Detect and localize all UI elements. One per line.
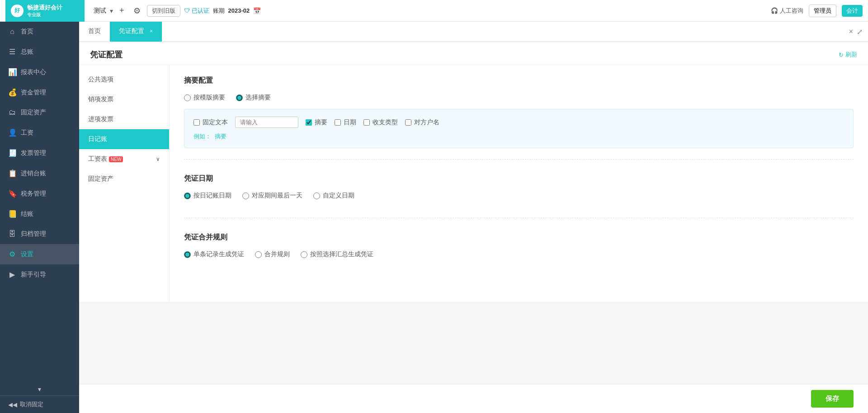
left-nav-purchase-invoice[interactable]: 进项发票: [79, 109, 169, 129]
reports-icon: 📊: [8, 68, 16, 76]
summary-radio-template[interactable]: 按模版摘要: [184, 94, 225, 102]
consult-button[interactable]: 🎧 人工咨询: [771, 7, 803, 15]
accountant-button[interactable]: 会计: [842, 5, 863, 17]
pay-type-checkbox[interactable]: 收支类型: [363, 118, 398, 127]
merge-section-title: 凭证合并规则: [184, 233, 854, 242]
summary-section: 摘要配置 按模版摘要 选择摘要: [184, 76, 854, 160]
summary-radio-select[interactable]: 选择摘要: [236, 94, 271, 102]
date-radio-group: 按日记账日期 对应期间最后一天 自定义日期: [184, 192, 854, 200]
tab-bar-actions: × ⤢: [849, 28, 868, 36]
example-text: 例如： 摘要: [193, 132, 844, 141]
summary-template-radio[interactable]: [184, 94, 191, 101]
left-nav-fixed-assets[interactable]: 固定资产: [79, 169, 169, 189]
merge-radio-group: 单条记录生成凭证 合并规则 按照选择汇总生成凭证: [184, 250, 854, 258]
fixed-text-check[interactable]: [193, 119, 200, 126]
left-nav-diary[interactable]: 日记账: [79, 129, 169, 149]
top-bar: 好 畅捷通好会计 专业版 测试 ▾ + ⚙ 切到旧版 🛡 已认证 账期 2023…: [0, 0, 868, 22]
sidebar-item-reports[interactable]: 📊 报表中心: [0, 62, 79, 82]
date-radio-custom[interactable]: 自定义日期: [313, 192, 354, 200]
refresh-icon: ↻: [839, 52, 844, 58]
diary-date-radio[interactable]: [184, 192, 191, 199]
date-check[interactable]: [335, 119, 341, 126]
settings-button[interactable]: ⚙: [131, 5, 143, 17]
date-radio-diary[interactable]: 按日记账日期: [184, 192, 231, 200]
sidebar-scroll: ▼: [0, 384, 79, 395]
sidebar-item-ledger[interactable]: ☰ 总账: [0, 42, 79, 62]
summary-select-radio[interactable]: [236, 94, 243, 101]
sidebar-item-invoice-mgmt[interactable]: 🧾 发票管理: [0, 143, 79, 163]
period-label: 账期: [213, 7, 225, 15]
sidebar-item-funds[interactable]: 💰 资金管理: [0, 82, 79, 103]
logo-text: 畅捷通好会计 专业版: [27, 4, 62, 18]
sidebar-item-archive[interactable]: 🗄 归档管理: [0, 224, 79, 244]
save-button[interactable]: 保存: [811, 390, 854, 408]
window-close-button[interactable]: ×: [849, 28, 853, 36]
window-expand-button[interactable]: ⤢: [857, 28, 863, 36]
settings-icon: ⚙: [8, 250, 16, 258]
headset-icon: 🎧: [771, 7, 778, 14]
date-checkbox[interactable]: 日期: [335, 118, 356, 127]
select-summary-radio[interactable]: [301, 251, 307, 258]
summary-config-row: 固定文本 摘要 日期: [193, 117, 844, 128]
salary-arrow-icon: ∨: [156, 156, 160, 162]
pay-type-check[interactable]: [363, 119, 370, 126]
tab-voucher-config[interactable]: 凭证配置 ×: [110, 22, 162, 42]
date-radio-period-last[interactable]: 对应期间最后一天: [242, 192, 302, 200]
tab-home[interactable]: 首页: [79, 22, 110, 42]
main-layout: ⌂ 首页 ☰ 总账 📊 报表中心 💰 资金管理 🗂 固定资产 👤 工资: [0, 22, 868, 413]
sidebar-item-assets[interactable]: 🗂 固定资产: [0, 103, 79, 122]
merge-radio-single[interactable]: 单条记录生成凭证: [184, 250, 244, 258]
scroll-down-btn[interactable]: ▼: [34, 384, 45, 395]
guide-icon: ▶: [8, 270, 16, 279]
top-bar-right: 🎧 人工咨询 管理员 会计: [771, 5, 863, 17]
sidebar-item-sales[interactable]: 📋 进销台账: [0, 163, 79, 183]
sidebar-item-guide[interactable]: ▶ 新手引导: [0, 264, 79, 285]
calendar-icon[interactable]: 📅: [253, 7, 261, 14]
sidebar-item-tax[interactable]: 🔖 税务管理: [0, 183, 79, 204]
sidebar: ⌂ 首页 ☰ 总账 📊 报表中心 💰 资金管理 🗂 固定资产 👤 工资: [0, 22, 79, 413]
counterparty-check[interactable]: [405, 119, 411, 126]
tax-icon: 🔖: [8, 189, 16, 198]
merge-rule-radio[interactable]: [255, 251, 262, 258]
dropdown-arrow-icon[interactable]: ▾: [110, 7, 113, 14]
period-value: 2023-02: [228, 7, 250, 14]
invoice-mgmt-icon: 🧾: [8, 149, 16, 157]
left-nav-salary-table[interactable]: 工资表 NEW ∨: [79, 149, 169, 169]
payroll-icon: 👤: [8, 128, 16, 137]
cancel-fixed-button[interactable]: ◀◀ 取消固定: [0, 395, 79, 413]
page-header: 凭证配置 ↻ 刷新: [79, 42, 868, 65]
sidebar-item-settlement[interactable]: 📒 结账: [0, 204, 79, 224]
company-name: 测试: [94, 7, 106, 15]
merge-radio-merge[interactable]: 合并规则: [255, 250, 290, 258]
single-radio[interactable]: [184, 251, 191, 258]
period-last-radio[interactable]: [242, 192, 249, 199]
sidebar-item-payroll[interactable]: 👤 工资: [0, 122, 79, 143]
sidebar-item-settings[interactable]: ⚙ 设置: [0, 244, 79, 264]
ledger-icon: ☰: [8, 47, 16, 56]
left-nav: 公共选项 销项发票 进项发票 日记账 工资表 NEW ∨ 固定资产: [79, 65, 170, 302]
fixed-text-checkbox[interactable]: 固定文本: [193, 118, 228, 127]
abstract-checkbox[interactable]: 摘要: [306, 118, 327, 127]
left-nav-sales-invoice[interactable]: 销项发票: [79, 89, 169, 109]
left-nav-public[interactable]: 公共选项: [79, 70, 169, 89]
custom-date-radio[interactable]: [313, 192, 320, 199]
merge-radio-select-summary[interactable]: 按照选择汇总生成凭证: [301, 250, 373, 258]
settlement-icon: 📒: [8, 210, 16, 218]
switch-to-old-button[interactable]: 切到旧版: [147, 5, 180, 17]
add-button[interactable]: +: [117, 5, 127, 16]
fixed-text-input[interactable]: [235, 117, 298, 128]
merge-section: 凭证合并规则 单条记录生成凭证 合并规则: [184, 233, 854, 277]
home-icon: ⌂: [8, 28, 16, 36]
counterparty-checkbox[interactable]: 对方户名: [405, 118, 439, 127]
page-title: 凭证配置: [90, 49, 123, 60]
sales-icon: 📋: [8, 169, 16, 178]
abstract-check[interactable]: [306, 119, 312, 126]
tab-close-icon[interactable]: ×: [150, 28, 153, 34]
certified-badge: 🛡 已认证: [184, 7, 209, 15]
cancel-fixed-icon: ◀◀: [8, 401, 17, 408]
refresh-button[interactable]: ↻ 刷新: [839, 51, 857, 59]
sidebar-item-home[interactable]: ⌂ 首页: [0, 22, 79, 42]
right-panel: 摘要配置 按模版摘要 选择摘要: [170, 65, 868, 302]
admin-button[interactable]: 管理员: [809, 5, 836, 17]
logo-icon: 好: [11, 5, 24, 17]
